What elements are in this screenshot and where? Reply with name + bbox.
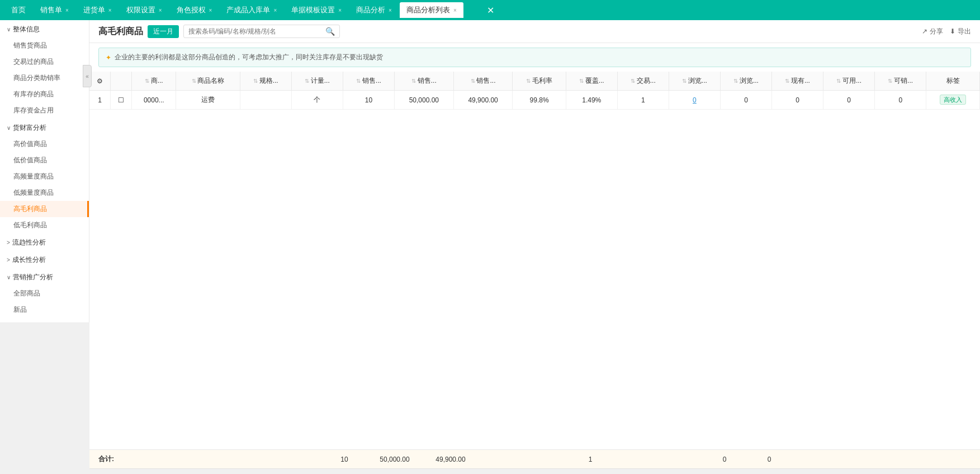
- sidebar-item-label: 交易过的商品: [13, 58, 54, 65]
- col-header-saleable[interactable]: 可销...: [875, 72, 926, 91]
- section-arrow: >: [7, 257, 10, 263]
- row-tag: 高收入: [926, 91, 980, 110]
- sidebar-item-low-margin[interactable]: 低毛利商品: [0, 217, 89, 233]
- nav-tab-home[interactable]: 首页: [4, 2, 32, 18]
- export-btn[interactable]: ⬇ 导出: [950, 27, 971, 36]
- tab-close-icon[interactable]: ×: [159, 7, 162, 13]
- col-header-checkbox: [110, 72, 131, 91]
- col-header-sales-qty[interactable]: 销售...: [343, 72, 394, 91]
- nav-tab-product-analysis[interactable]: 商品分析×: [349, 2, 399, 18]
- row-unit: 个: [291, 91, 343, 110]
- sidebar-item-label: 新品: [13, 306, 27, 313]
- footer-sales-cost: 49,900.00: [423, 456, 479, 463]
- sidebar-item-inventory-occupied[interactable]: 库存资金占用: [0, 102, 89, 119]
- browse-link[interactable]: 0: [693, 96, 697, 104]
- bulb-icon: ✦: [106, 54, 111, 62]
- col-header-trade[interactable]: 交易...: [617, 72, 669, 91]
- section-arrow: ∨: [7, 26, 11, 32]
- tab-close-icon[interactable]: ×: [338, 7, 342, 13]
- sidebar-section-value-analysis[interactable]: ∨ 货财富分析: [0, 119, 89, 136]
- sidebar-section-trend-analysis[interactable]: > 流趋性分析: [0, 233, 89, 251]
- share-btn[interactable]: ↗ 分享: [922, 27, 943, 36]
- sidebar-item-goods-analysis[interactable]: 商品分类助销率: [0, 70, 89, 86]
- section-label: 成长性分析: [12, 255, 46, 265]
- tag-badge: 高收入: [940, 95, 966, 105]
- nav-tab-sales[interactable]: 销售单×: [34, 2, 75, 18]
- sidebar-item-label: 高频量度商品: [13, 172, 54, 180]
- bottom-scrollbar[interactable]: [89, 468, 980, 474]
- col-header-gross-rate[interactable]: 毛利率: [513, 72, 566, 91]
- content-area: 高毛利商品 近一月 🔍 ↗ 分享 ⬇ 导出 ✦ 企业的主要的利润都是这部分商品创…: [89, 20, 980, 474]
- section-label: 营销推广分析: [13, 273, 53, 282]
- nav-tab-label: 单据模板设置: [291, 5, 335, 15]
- sidebar-item-new-goods[interactable]: 新品: [0, 302, 89, 318]
- sidebar-section-marketing-analysis[interactable]: ∨ 营销推广分析: [0, 268, 89, 285]
- tab-close-icon[interactable]: ×: [453, 7, 457, 13]
- sidebar-item-sales-goods[interactable]: 销售货商品: [0, 37, 89, 54]
- date-filter-btn[interactable]: 近一月: [148, 25, 179, 38]
- nav-tab-purchase[interactable]: 进货单×: [77, 2, 119, 18]
- header-actions: ↗ 分享 ⬇ 导出: [922, 27, 971, 36]
- col-header-browse2[interactable]: 浏览...: [720, 72, 771, 91]
- tab-close-icon[interactable]: ×: [108, 7, 112, 13]
- sidebar-item-high-value[interactable]: 高价值商品: [0, 136, 89, 152]
- search-input[interactable]: [188, 27, 323, 35]
- col-header-in-stock[interactable]: 现有...: [772, 72, 823, 91]
- data-table: ⚙商...商品名称规格...计量...销售...销售...销售...毛利率覆盖.…: [89, 72, 980, 110]
- close-all-tabs[interactable]: ✕: [487, 5, 494, 16]
- sidebar-section-overall[interactable]: ∨ 整体信息: [0, 20, 89, 37]
- sidebar-item-in-stock-goods[interactable]: 有库存的商品: [0, 86, 89, 102]
- footer-label: 合计:: [98, 454, 143, 464]
- nav-tab-label: 进货单: [83, 5, 105, 15]
- sidebar-item-label: 高价值商品: [13, 140, 47, 148]
- col-header-spec[interactable]: 规格...: [240, 72, 291, 91]
- col-header-sales-cost[interactable]: 销售...: [453, 72, 513, 91]
- col-header-tag: 标签: [926, 72, 980, 91]
- sidebar-item-high-margin[interactable]: 高毛利商品: [0, 201, 89, 217]
- tab-close-icon[interactable]: ×: [65, 7, 69, 13]
- col-header-name[interactable]: 商品名称: [176, 72, 240, 91]
- nav-tab-label: 商品分析列表: [406, 5, 450, 15]
- nav-tab-order-template[interactable]: 单据模板设置×: [285, 2, 348, 18]
- sidebar-item-low-value[interactable]: 低价值商品: [0, 152, 89, 168]
- sidebar-item-label: 低毛利商品: [13, 221, 47, 229]
- footer-available: 0: [747, 456, 792, 463]
- row-sales-qty: 10: [343, 91, 394, 110]
- nav-tab-product-analysis-list[interactable]: 商品分析列表×: [400, 2, 463, 18]
- info-banner: ✦ 企业的主要的利润都是这部分商品创造的，可考虑加大推广，同时关注库存是不要出现…: [98, 48, 971, 67]
- nav-tab-label: 销售单: [40, 5, 62, 15]
- nav-tab-permission[interactable]: 权限设置×: [120, 2, 169, 18]
- sidebar-item-low-freq[interactable]: 低频量度商品: [0, 185, 89, 201]
- row-checkbox[interactable]: ☐: [110, 91, 131, 110]
- main-layout: ∨ 整体信息 销售货商品交易过的商品商品分类助销率有库存的商品库存资金占用 ∨ …: [0, 20, 980, 474]
- row-name: 运费: [176, 91, 240, 110]
- sidebar-item-high-freq[interactable]: 高频量度商品: [0, 168, 89, 185]
- export-icon: ⬇: [950, 27, 955, 35]
- tab-close-icon[interactable]: ×: [389, 7, 392, 13]
- tab-close-icon[interactable]: ×: [209, 7, 212, 13]
- sidebar: ∨ 整体信息 销售货商品交易过的商品商品分类助销率有库存的商品库存资金占用 ∨ …: [0, 20, 89, 322]
- col-header-available[interactable]: 可用...: [823, 72, 875, 91]
- col-header-browse1[interactable]: 浏览...: [669, 72, 720, 91]
- nav-tab-label: 权限设置: [126, 5, 155, 15]
- search-box: 🔍: [183, 25, 340, 38]
- sidebar-item-label: 销售货商品: [13, 41, 47, 49]
- col-header-code[interactable]: 商...: [132, 72, 176, 91]
- footer-trade: 1: [568, 456, 613, 463]
- nav-tab-product-entry[interactable]: 产成品入库单×: [220, 2, 283, 18]
- nav-tab-role[interactable]: 角色授权×: [170, 2, 219, 18]
- col-header-sales-amount[interactable]: 销售...: [394, 72, 453, 91]
- col-header-coverage[interactable]: 覆盖...: [566, 72, 617, 91]
- sidebar-collapse-btn[interactable]: «: [83, 65, 92, 87]
- tab-close-icon[interactable]: ×: [273, 7, 277, 13]
- col-header-settings: ⚙: [89, 72, 110, 91]
- content-header: 高毛利商品 近一月 🔍 ↗ 分享 ⬇ 导出: [89, 20, 980, 43]
- row-spec: [240, 91, 291, 110]
- sidebar-section-growth-analysis[interactable]: > 成长性分析: [0, 251, 89, 268]
- section-label: 流趋性分析: [12, 238, 46, 247]
- col-header-unit[interactable]: 计量...: [291, 72, 343, 91]
- sidebar-item-all-goods[interactable]: 全部商品: [0, 285, 89, 302]
- top-nav: 首页销售单×进货单×权限设置×角色授权×产成品入库单×单据模板设置×商品分析×商…: [0, 0, 980, 20]
- sidebar-item-traded-goods[interactable]: 交易过的商品: [0, 54, 89, 70]
- row-in-stock: 0: [772, 91, 823, 110]
